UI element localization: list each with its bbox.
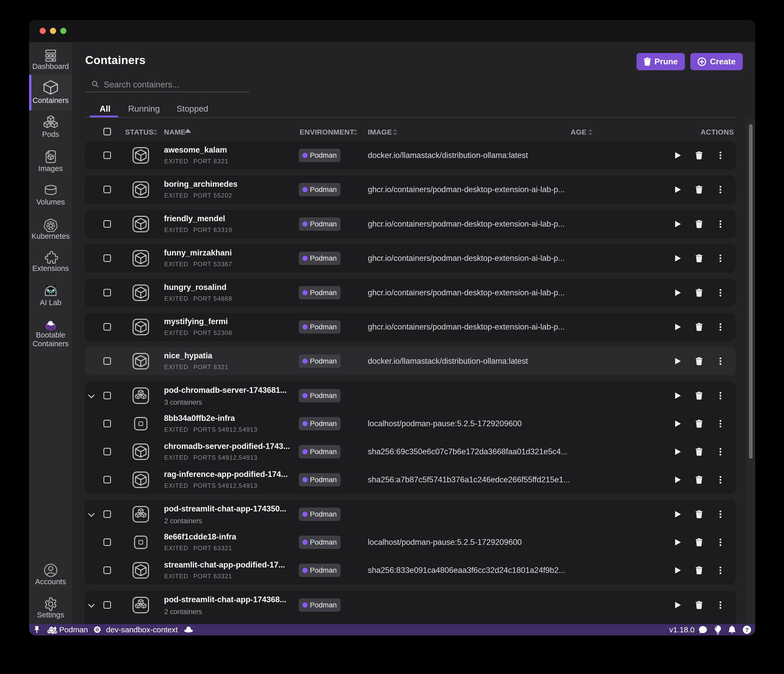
svg-text:?: ?: [745, 627, 748, 633]
